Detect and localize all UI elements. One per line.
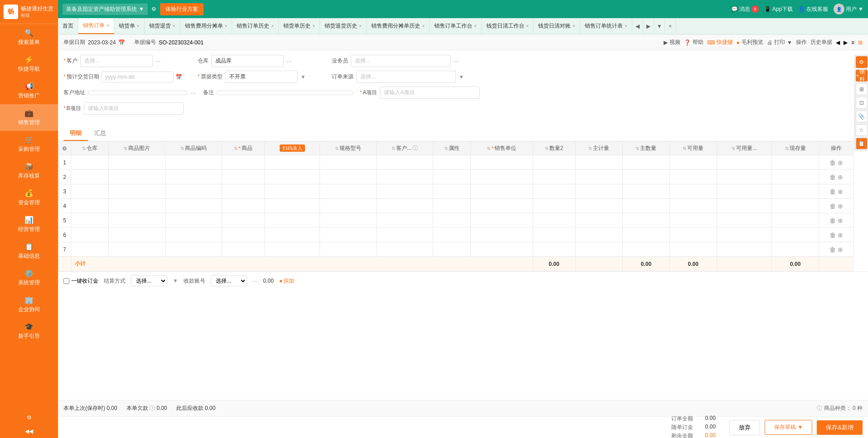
row-cell[interactable] (533, 170, 576, 184)
calendar-icon[interactable]: 📅 (118, 39, 125, 46)
staff-input[interactable]: 选择... (351, 55, 451, 67)
row-cell[interactable] (772, 184, 819, 199)
sidebar-item-newbie[interactable]: 🎓 新手引导 (0, 318, 58, 345)
account-more-btn[interactable]: ··· (252, 277, 258, 284)
a-project-input[interactable]: 请输入A项目 (380, 87, 480, 99)
tab-sales-fee[interactable]: 销售费用分摊单 × (180, 18, 233, 34)
add-payment-btn[interactable]: ● 添加 (279, 277, 294, 285)
row-cell[interactable] (108, 242, 165, 257)
row-cell[interactable] (717, 170, 772, 184)
row-cell[interactable] (108, 213, 165, 228)
row-cell[interactable] (108, 184, 165, 199)
row-cell[interactable] (669, 213, 717, 228)
nav-right-icon[interactable]: ▶ (844, 39, 848, 46)
tab-detail[interactable]: 明细 (63, 126, 88, 141)
tab-scroll-left[interactable]: ◀ (632, 18, 643, 34)
sidebar-item-system[interactable]: ⚙️ 系统管理 (0, 265, 58, 291)
user-menu[interactable]: 👤 用户 ▼ (834, 4, 863, 14)
row-cell[interactable] (433, 184, 470, 199)
row-cell[interactable] (433, 199, 470, 213)
row-cell[interactable] (470, 170, 533, 184)
tab-sales-return[interactable]: 销货退货 × (145, 18, 180, 34)
row-cell[interactable] (669, 184, 717, 199)
row-cell[interactable] (772, 199, 819, 213)
row-cell[interactable] (265, 155, 320, 170)
address-input[interactable] (88, 91, 188, 95)
row-cell[interactable] (320, 228, 376, 242)
row-cell[interactable] (772, 213, 819, 228)
row-cell[interactable] (622, 228, 669, 242)
row-cell[interactable] (165, 155, 222, 170)
row-cell[interactable] (470, 199, 533, 213)
row-cell[interactable] (772, 242, 819, 257)
method-select[interactable]: 选择... (131, 275, 167, 286)
account-select[interactable]: 选择... (211, 275, 247, 286)
tab-close-sales-return[interactable]: × (173, 24, 175, 29)
row-copy-btn[interactable]: ⊕ (838, 173, 843, 181)
row-cell[interactable] (717, 242, 772, 257)
address-more-btn[interactable]: ··· (190, 89, 196, 96)
row-cell[interactable] (669, 170, 717, 184)
row-cell[interactable] (470, 228, 533, 242)
help-btn[interactable]: ❓ 帮助 (684, 39, 703, 46)
row-cell[interactable] (669, 228, 717, 242)
row-cell[interactable] (71, 170, 109, 184)
row-cell[interactable] (376, 213, 433, 228)
row-cell[interactable] (320, 213, 376, 228)
row-cell[interactable] (376, 184, 433, 199)
row-cell[interactable] (265, 170, 320, 184)
sidebar-item-enterprise[interactable]: 🏢 企业协同 (0, 291, 58, 318)
row-cell[interactable] (717, 184, 772, 199)
row-cell[interactable] (265, 199, 320, 213)
row-cell[interactable] (71, 155, 109, 170)
tab-scroll-right[interactable]: ▶ (643, 18, 654, 34)
row-delete-btn[interactable]: 🗑 (829, 173, 836, 181)
row-cell[interactable] (376, 242, 433, 257)
sidebar-item-baseinfo[interactable]: 📋 基础信息 (0, 238, 58, 265)
row-copy-btn[interactable]: ⊕ (838, 188, 843, 195)
print-btn[interactable]: 🖨 打印 ▼ (767, 39, 792, 46)
row-cell[interactable] (320, 199, 376, 213)
row-cell[interactable] (108, 155, 165, 170)
row-cell[interactable] (622, 213, 669, 228)
row-cell[interactable] (433, 213, 470, 228)
row-cell[interactable] (265, 228, 320, 242)
row-cell[interactable] (622, 242, 669, 257)
row-cell[interactable] (622, 199, 669, 213)
tab-close-daily-workspace[interactable]: × (526, 24, 529, 29)
order-source-chevron-icon[interactable]: ▼ (459, 74, 464, 80)
row-cell[interactable] (717, 228, 772, 242)
row-cell[interactable] (533, 199, 576, 213)
row-cell[interactable] (165, 242, 222, 257)
panel-btn-2[interactable]: ⊡ (856, 97, 868, 109)
row-cell[interactable] (772, 228, 819, 242)
row-delete-btn[interactable]: 🗑 (829, 217, 836, 224)
row-delete-btn[interactable]: 🗑 (829, 159, 836, 166)
sidebar-item-sales[interactable]: 💼 销售管理 (0, 104, 58, 131)
row-cell[interactable] (669, 199, 717, 213)
row-copy-btn[interactable]: ⊕ (838, 217, 843, 224)
settings-panel-btn[interactable]: ⚙ (856, 56, 868, 68)
tab-close-sales-order[interactable]: × (107, 23, 109, 28)
scan-entry-btn[interactable]: 扫码录入 (280, 144, 305, 152)
tab-home[interactable]: 首页 (58, 18, 78, 34)
tab-close-return-history[interactable]: × (359, 24, 362, 29)
tab-sales-invoice-history[interactable]: 销货单历史 × (279, 18, 320, 34)
tab-close-fee-history[interactable]: × (422, 24, 425, 29)
row-cell[interactable] (622, 155, 669, 170)
row-cell[interactable] (470, 155, 533, 170)
row-cell[interactable] (376, 228, 433, 242)
row-cell[interactable] (376, 199, 433, 213)
panel-btn-5[interactable]: 📋 (856, 138, 868, 149)
shortcut-btn[interactable]: ⌨ 快捷键 (707, 39, 733, 46)
row-cell[interactable] (71, 228, 109, 242)
row-cell[interactable] (576, 199, 623, 213)
app-selector[interactable]: 装备及固定资产辅助管理系统 ▼ (63, 4, 148, 15)
row-cell[interactable] (533, 213, 576, 228)
row-cell[interactable] (165, 228, 222, 242)
panel-btn-1[interactable]: ⊞ (856, 83, 868, 95)
row-cell[interactable] (71, 184, 109, 199)
staff-more-btn[interactable]: ··· (453, 58, 459, 65)
row-cell[interactable] (265, 242, 320, 257)
row-cell[interactable] (320, 184, 376, 199)
